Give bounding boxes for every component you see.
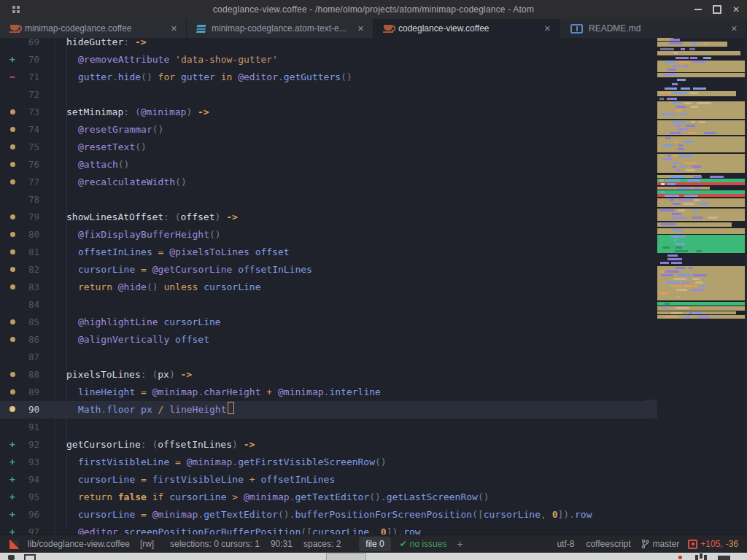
taskbar-tray-icon[interactable] [718, 556, 730, 560]
taskbar-app-icon[interactable] [8, 555, 15, 560]
minimap-code-dash [673, 141, 677, 143]
code-line-89[interactable]: 89lineHeight = @minimap.charHeight + @mi… [0, 384, 657, 401]
line-number[interactable]: 72 [18, 86, 39, 104]
line-number[interactable]: 88 [18, 366, 39, 384]
line-number[interactable]: 89 [18, 384, 39, 401]
line-number[interactable]: 76 [18, 156, 39, 174]
status-encoding[interactable]: utf-8 [557, 539, 574, 549]
code-editor[interactable]: 69hideGutter: ->+70@removeAttribute 'dat… [0, 38, 747, 534]
code-line-78[interactable]: 78 [0, 191, 657, 209]
line-number[interactable]: 96 [18, 506, 39, 524]
minimize-button[interactable] [694, 9, 702, 10]
minimap-code-dash [672, 217, 686, 219]
line-number[interactable]: 85 [18, 314, 39, 331]
tab-readme.md[interactable]: README.md✕ [560, 19, 747, 38]
tab-minimap-codeglance.coffee[interactable]: minimap-codeglance.coffee✕ [0, 19, 187, 38]
status-file-badge[interactable]: file 0 [359, 537, 390, 551]
code-line-82[interactable]: 82cursorLine = @getCursorLine offsetInLi… [0, 261, 657, 279]
maximize-button[interactable] [713, 5, 721, 14]
code-line-77[interactable]: 77@recalculateWidth() [0, 174, 657, 191]
code-line-69[interactable]: 69hideGutter: -> [0, 38, 657, 51]
line-number[interactable]: 69 [18, 38, 39, 51]
code-line-92[interactable]: +92getCursorLine: (offsetInLines) -> [0, 436, 657, 454]
code-line-97[interactable]: +97@editor.screenPositionForBufferPositi… [0, 524, 657, 534]
tab-close-icon[interactable]: ✕ [169, 24, 179, 34]
code-line-81[interactable]: 81offsetInLines = @pixelsToLines offset [0, 244, 657, 261]
code-line-93[interactable]: +93firstVisibleLine = @minimap.getFirstV… [0, 454, 657, 471]
line-number[interactable]: 83 [18, 279, 39, 296]
tab-codeglance-view.coffee[interactable]: codeglance-view.coffee✕ [374, 19, 560, 38]
taskbar-monitor-icon[interactable] [24, 554, 36, 560]
status-indent-setting[interactable]: spaces: 2 [303, 539, 341, 549]
minimap[interactable] [657, 38, 745, 534]
taskbar-window-button[interactable] [326, 553, 366, 560]
scrollbar-thumb[interactable] [645, 400, 656, 417]
line-content: return false if cursorLine > @minimap.ge… [55, 489, 489, 506]
status-issues[interactable]: ✔no issues [400, 539, 447, 549]
taskbar-stats-icon[interactable] [695, 555, 698, 560]
code-line-72[interactable]: 72 [0, 86, 657, 104]
line-number[interactable]: 90 [18, 401, 39, 419]
line-number[interactable]: 70 [18, 51, 39, 69]
layers-icon [197, 25, 206, 27]
line-number[interactable]: 71 [18, 69, 39, 86]
line-number[interactable]: 95 [18, 489, 39, 506]
code-line-70[interactable]: +70@removeAttribute 'data-show-gutter' [0, 51, 657, 69]
buffer-modified-icon [9, 540, 19, 549]
title-bar[interactable]: codeglance-view.coffee - /home/olmo/proj… [0, 0, 747, 19]
tab-close-icon[interactable]: ✕ [356, 24, 365, 34]
line-number[interactable]: 80 [18, 226, 39, 244]
line-number[interactable]: 75 [18, 139, 39, 156]
status-add-button[interactable]: + [457, 538, 462, 550]
minimap-code-dash [672, 229, 683, 231]
code-line-91[interactable]: 91 [0, 419, 657, 436]
code-line-80[interactable]: 80@fixDisplayBufferHeight() [0, 226, 657, 244]
close-window-button[interactable]: ✕ [732, 5, 740, 14]
line-number[interactable]: 74 [18, 121, 39, 139]
line-number[interactable]: 86 [18, 331, 39, 349]
line-number[interactable]: 82 [18, 261, 39, 279]
minimap-code-dash [684, 316, 690, 318]
code-line-87[interactable]: 87 [0, 349, 657, 366]
line-number[interactable]: 92 [18, 436, 39, 454]
code-line-95[interactable]: +95return false if cursorLine > @minimap… [0, 489, 657, 506]
code-line-79[interactable]: 79showLinesAtOffset: (offset) -> [0, 209, 657, 226]
code-line-83[interactable]: 83return @hide() unless cursorLine [0, 279, 657, 296]
minimap-code-dash [684, 162, 697, 164]
code-line-73[interactable]: 73setMinimap: (@minimap) -> [0, 104, 657, 121]
line-number[interactable]: 91 [18, 419, 39, 436]
line-number[interactable]: 81 [18, 244, 39, 261]
tab-close-icon[interactable]: ✕ [543, 24, 552, 34]
line-number[interactable]: 97 [18, 524, 39, 534]
code-line-85[interactable]: 85@highlightLine cursorLine [0, 314, 657, 331]
code-line-75[interactable]: 75@resetText() [0, 139, 657, 156]
minimap-code-dash [678, 274, 691, 276]
status-cursor-position[interactable]: 90:31 [271, 539, 293, 549]
tab-close-icon[interactable]: ✕ [729, 24, 739, 34]
line-number[interactable]: 79 [18, 209, 39, 226]
minimap-code-dash [677, 296, 681, 298]
code-line-88[interactable]: 88pixelsToLines: (px) -> [0, 366, 657, 384]
code-line-76[interactable]: 76@attach() [0, 156, 657, 174]
minimap-code-dash [673, 239, 677, 241]
line-number[interactable]: 78 [18, 191, 39, 209]
status-git-diff[interactable]: +105, -36 [688, 539, 738, 549]
code-line-94[interactable]: +94cursorLine = firstVisibleLine + offse… [0, 471, 657, 489]
status-grammar[interactable]: coffeescript [586, 539, 630, 549]
code-line-86[interactable]: 86@alignVertically offset [0, 331, 657, 349]
line-number[interactable]: 93 [18, 454, 39, 471]
code-line-84[interactable]: 84 [0, 296, 657, 314]
line-number[interactable]: 84 [18, 296, 39, 314]
tab-minimap-codeglance.atom-text-e...[interactable]: minimap-codeglance.atom-text-e...✕ [187, 19, 374, 38]
line-number[interactable]: 87 [18, 349, 39, 366]
line-number[interactable]: 77 [18, 174, 39, 191]
code-line-96[interactable]: +96cursorLine = @minimap.getTextEditor()… [0, 506, 657, 524]
line-number[interactable]: 73 [18, 104, 39, 121]
code-line-71[interactable]: −71gutter.hide() for gutter in @editor.g… [0, 69, 657, 86]
code-line-74[interactable]: 74@resetGrammar() [0, 121, 657, 139]
gutter-dot-icon [7, 244, 18, 261]
code-line-90[interactable]: 90Math.floor px / lineHeight [0, 401, 657, 419]
minimap-code-dash [691, 42, 697, 44]
status-git-branch[interactable]: master [641, 539, 680, 549]
line-number[interactable]: 94 [18, 471, 39, 489]
